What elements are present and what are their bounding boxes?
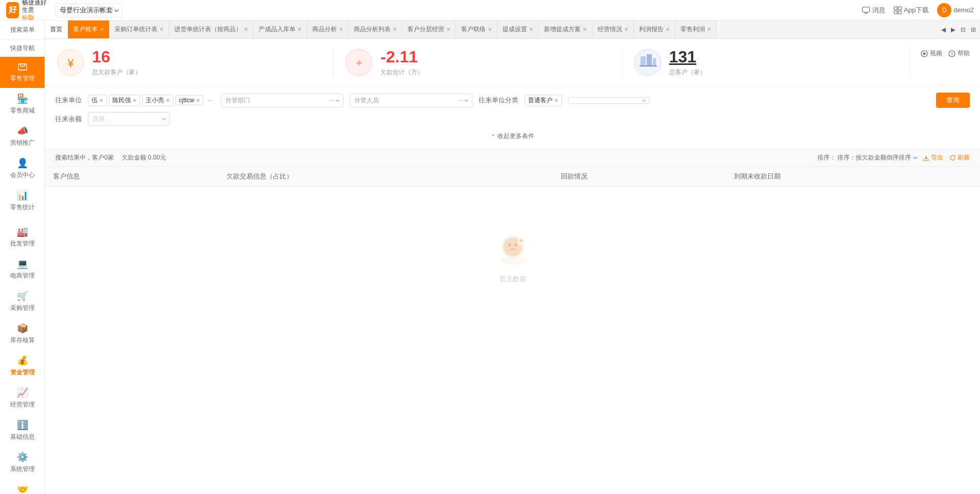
- tab-home[interactable]: 首页: [45, 20, 68, 39]
- sidebar-item-enterprise[interactable]: 🤝 企业协同: [0, 479, 44, 494]
- tab-close-customer-tier[interactable]: ✕: [446, 27, 450, 32]
- filter-balance-placeholder: 选择...: [93, 115, 161, 123]
- tab-scroll-left[interactable]: ◀: [939, 25, 948, 34]
- user-profile[interactable]: D demo2: [937, 3, 974, 17]
- tab-add-promotion[interactable]: 新增提成方案 ✕: [539, 20, 592, 39]
- app-download-button[interactable]: App下载: [894, 6, 929, 15]
- tag-close-normal-customer[interactable]: ✕: [554, 98, 558, 103]
- tab-product-analysis-list[interactable]: 商品分析列表 ✕: [349, 20, 402, 39]
- stats-row: ¥ 16 总欠款客户（家）: [45, 39, 980, 86]
- stat-overdue-amount-icon: ✦: [344, 47, 374, 78]
- sort-select[interactable]: 排序： 排序：按欠款金额倒序排序: [817, 153, 917, 162]
- sidebar-item-retail-mall[interactable]: 🏪 零售商城: [0, 88, 44, 120]
- tab-profit-report[interactable]: 利润报告 ✕: [634, 20, 675, 39]
- svg-point-22: [508, 243, 511, 246]
- stat-overdue-customers-icon: ¥: [55, 47, 86, 78]
- app-download-icon: [894, 6, 902, 14]
- sidebar-item-finance[interactable]: 💰 资金管理: [0, 350, 44, 382]
- main-wrapper: 搜索菜单 快捷导航 零售管理 🏪 零售商城 📣 营销推广 👤 会员中心 📊 零售…: [0, 20, 980, 494]
- filter-collapse-button[interactable]: ⌄ 收起更多条件: [55, 130, 970, 143]
- svg-rect-13: [653, 58, 656, 65]
- tab-production-inbound[interactable]: 产成品入库单 ✕: [254, 20, 307, 39]
- filter-unit-tags: 伍 ✕ 陈民强 ✕ 王小亮 ✕: [88, 95, 215, 106]
- filter-row-1: 往来单位 伍 ✕ 陈民强 ✕: [55, 93, 970, 108]
- sidebar-item-ecommerce[interactable]: 💻 电商管理: [0, 253, 44, 285]
- top-bar-left: 好 畅捷通好生意 标版 母婴行业演示帐套: [6, 0, 123, 21]
- tab-close-business-status[interactable]: ✕: [624, 27, 628, 32]
- filter-dept-select[interactable]: 分管部门 ···: [221, 94, 344, 107]
- tab-close-add-promotion[interactable]: ✕: [583, 27, 587, 32]
- tab-close-promotion-settings[interactable]: ✕: [529, 27, 533, 32]
- tab-close-retail-profit[interactable]: ✕: [707, 27, 711, 32]
- tab-purchase-order[interactable]: 采购订单统计表 ✕: [109, 20, 169, 39]
- svg-rect-0: [862, 7, 870, 12]
- filter-tag-chen: 陈民强 ✕: [109, 95, 140, 106]
- filter-tag-wu: 伍 ✕: [88, 95, 107, 106]
- refresh-button[interactable]: 刷新: [949, 153, 970, 162]
- tab-inbound-stats[interactable]: 进货单统计表（按商品） ✕: [169, 20, 254, 39]
- sidebar-search[interactable]: 搜索菜单: [0, 20, 44, 40]
- tab-close-purchase-order[interactable]: ✕: [159, 27, 164, 32]
- export-button[interactable]: 导出: [923, 153, 943, 162]
- tab-product-analysis[interactable]: 商品分析 ✕: [307, 20, 349, 39]
- message-button[interactable]: 消息: [862, 6, 885, 15]
- tab-customer-tier[interactable]: 客户分层经营 ✕: [402, 20, 456, 39]
- tab-business-status[interactable]: 经营情况 ✕: [592, 20, 634, 39]
- tab-customer-account[interactable]: 客户账本 ✕: [68, 20, 109, 39]
- tab-promotion-settings[interactable]: 提成设置 ✕: [497, 20, 539, 39]
- store-selector[interactable]: 母婴行业演示帐套: [55, 3, 123, 17]
- tab-maximize[interactable]: ⊞: [969, 25, 978, 34]
- tab-minimize[interactable]: ⊟: [959, 25, 968, 34]
- tab-bar: 首页 客户账本 ✕ 采购订单统计表 ✕ 进货单统计表（按商品） ✕ 产成品入库单…: [45, 20, 980, 39]
- tag-close-chen[interactable]: ✕: [132, 98, 136, 103]
- sidebar-item-system[interactable]: ⚙️ 系统管理: [0, 446, 44, 479]
- tab-retail-profit[interactable]: 零售利润 ✕: [675, 20, 717, 39]
- sidebar-item-basic-info[interactable]: ℹ️ 基础信息: [0, 414, 44, 446]
- sidebar-item-inventory[interactable]: 📦 库存核算: [0, 318, 44, 350]
- sidebar-item-marketing[interactable]: 📣 营销推广: [0, 120, 44, 152]
- stat-total-customers-value: 131: [669, 48, 706, 66]
- tab-close-inbound-stats[interactable]: ✕: [244, 27, 248, 32]
- logo-icon: 好: [6, 2, 19, 18]
- tab-scroll-right[interactable]: ▶: [949, 25, 958, 34]
- tab-close-product-analysis-list[interactable]: ✕: [393, 27, 397, 32]
- tag-close-wang[interactable]: ✕: [166, 98, 170, 103]
- filter-balance-select[interactable]: 选择...: [88, 112, 170, 126]
- filter-unit-label: 往来单位: [55, 96, 82, 105]
- filter-person-dots: ···: [458, 97, 463, 104]
- data-table: 客户信息 欠款交易信息（占比） 回款情况 到期未收款日期: [45, 167, 980, 325]
- query-button[interactable]: 查询: [936, 93, 970, 108]
- tab-close-product-analysis[interactable]: ✕: [339, 27, 343, 32]
- tag-close-cjttcw[interactable]: ✕: [196, 98, 200, 103]
- tag-close-wu[interactable]: ✕: [99, 98, 103, 103]
- tab-customer-contact[interactable]: 客户联络 ✕: [456, 20, 497, 39]
- tab-close-customer-contact[interactable]: ✕: [488, 27, 492, 32]
- filter-row-2: 往来余额 选择...: [55, 112, 970, 126]
- sidebar-quick-nav[interactable]: 快捷导航: [0, 40, 44, 57]
- sidebar-item-retail-stats[interactable]: 📊 零售统计: [0, 185, 44, 217]
- collapse-icon: ⌄: [491, 133, 495, 139]
- sidebar-item-ops[interactable]: 📈 经营管理: [0, 382, 44, 414]
- video-button[interactable]: 视频: [921, 49, 942, 58]
- tab-close-profit-report[interactable]: ✕: [666, 27, 670, 32]
- category-chevron: [642, 98, 646, 101]
- store-dropdown-icon: [115, 7, 119, 11]
- stat-overdue-customers: ¥ 16 总欠款客户（家）: [55, 47, 333, 78]
- filter-person-select[interactable]: 分管人员 ···: [350, 94, 472, 107]
- col-due-date: 到期未收款日期: [726, 167, 980, 187]
- video-icon: [921, 50, 928, 57]
- tab-close-customer-account[interactable]: ✕: [100, 27, 104, 32]
- filter-category-select[interactable]: [568, 97, 650, 104]
- table-header-row: 客户信息 欠款交易信息（占比） 回款情况 到期未收款日期: [45, 167, 980, 187]
- svg-point-23: [514, 243, 517, 246]
- sidebar-item-purchase[interactable]: 🛒 采购管理: [0, 285, 44, 318]
- help-button[interactable]: ? 帮助: [948, 49, 970, 58]
- refresh-icon: [949, 154, 956, 161]
- sidebar-item-member[interactable]: 👤 会员中心: [0, 152, 44, 185]
- sidebar-item-wholesale[interactable]: 🏭 批发管理: [0, 221, 44, 253]
- tab-close-production-inbound[interactable]: ✕: [298, 27, 302, 32]
- filter-more-units[interactable]: ···: [206, 96, 215, 105]
- top-bar: 好 畅捷通好生意 标版 母婴行业演示帐套 消息 App下载 D: [0, 0, 980, 20]
- sidebar-item-retail-mgmt[interactable]: 零售管理: [0, 57, 44, 88]
- message-icon: [862, 6, 870, 14]
